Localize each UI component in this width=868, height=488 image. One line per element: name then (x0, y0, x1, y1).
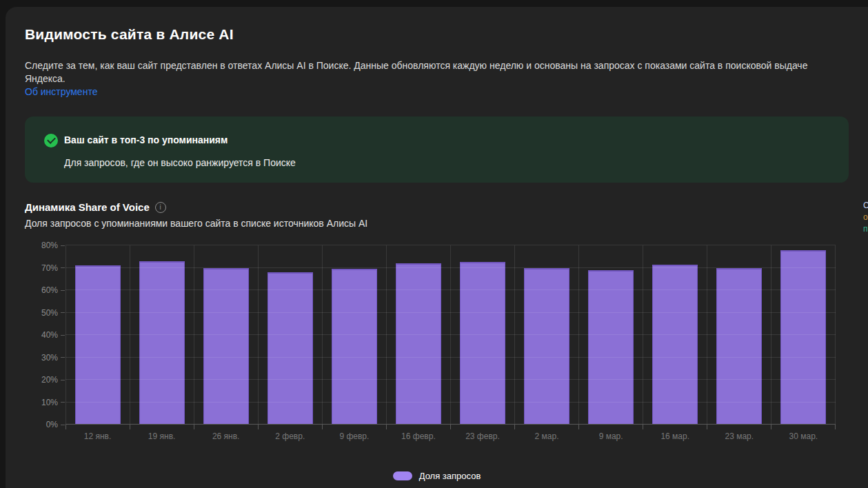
x-axis-tick (194, 425, 194, 429)
y-axis-tick (61, 380, 65, 380)
x-axis-line (65, 424, 836, 425)
x-axis-tick (65, 425, 66, 429)
y-axis-label: 40% (41, 329, 58, 340)
chart-category-slot (578, 245, 643, 425)
legend-label: Доля запросов (419, 471, 481, 481)
bar-19-янв[interactable] (139, 261, 185, 425)
gridline (65, 312, 836, 313)
chart-category-slot (194, 245, 258, 425)
x-axis-tick (322, 425, 323, 429)
x-axis-label: 16 мар. (643, 431, 707, 442)
x-axis-tick (386, 425, 387, 429)
clipped-text-fragment: п (863, 223, 868, 234)
visibility-card: Видимость сайта в Алисе AI Следите за те… (6, 7, 868, 488)
x-axis-label: 9 мар. (579, 431, 643, 442)
y-axis-label: 80% (41, 240, 58, 251)
y-axis-tick (61, 402, 65, 403)
x-axis-tick (578, 425, 579, 429)
gridline (65, 357, 836, 358)
x-axis-label: 23 февр. (450, 431, 514, 442)
clipped-text-fragment: о (863, 212, 868, 223)
y-axis-label: 20% (41, 374, 58, 385)
x-axis-tick (771, 425, 771, 429)
y-axis-label: 30% (41, 352, 58, 363)
x-axis-label: 30 мар. (771, 431, 836, 442)
x-axis-label: 2 февр. (258, 431, 322, 442)
x-axis-labels: 12 янв.19 янв.26 янв.2 февр.9 февр.16 фе… (65, 431, 836, 442)
chart-subtitle: Доля запросов с упоминаниями вашего сайт… (25, 218, 849, 229)
y-axis-label: 70% (41, 263, 58, 274)
y-axis-tick (61, 425, 65, 425)
x-axis-label: 16 февр. (386, 431, 450, 442)
status-banner-title: Ваш сайт в топ-3 по упоминаниям (64, 134, 296, 145)
y-axis-tick (61, 357, 65, 358)
gridline (65, 267, 836, 268)
y-axis-tick (61, 245, 65, 246)
x-axis-label: 26 янв. (194, 431, 258, 442)
x-axis-label: 2 мар. (515, 431, 579, 442)
y-axis-label: 60% (41, 285, 58, 296)
page-description-block: Следите за тем, как ваш сайт представлен… (25, 59, 849, 99)
x-axis-tick (258, 425, 259, 429)
x-axis-tick (130, 425, 130, 429)
check-circle-icon (44, 134, 58, 148)
bar-23-февр[interactable] (460, 262, 505, 425)
chart-category-slot (450, 245, 514, 425)
about-tool-link[interactable]: Об инструменте (25, 85, 97, 99)
chart-plot: 0%10%20%30%40%50%60%70%80% (65, 245, 836, 425)
y-axis-tick (61, 335, 65, 336)
clipped-text-fragment: С (863, 200, 868, 211)
x-axis-tick (707, 425, 707, 429)
chart-category-slot (771, 245, 836, 425)
y-axis-tick (61, 267, 65, 268)
bars-row (65, 245, 836, 425)
chart-legend[interactable]: Доля запросов (25, 471, 849, 481)
status-banner-text: Ваш сайт в топ-3 по упоминаниям Для запр… (64, 134, 296, 168)
page-description: Следите за тем, как ваш сайт представлен… (25, 59, 849, 85)
chart-title: Динамика Share of Voice (25, 201, 150, 214)
page-title: Видимость сайта в Алисе AI (25, 26, 849, 43)
gridline (65, 379, 836, 380)
chart-category-slot (130, 245, 194, 425)
x-axis-tick (514, 425, 515, 429)
chart-category-slot (65, 245, 130, 425)
x-axis-label: 23 мар. (707, 431, 771, 442)
chart-category-slot (707, 245, 771, 425)
chart-category-slot (322, 245, 386, 425)
chart-category-slot (386, 245, 450, 425)
status-banner: Ваш сайт в топ-3 по упоминаниям Для запр… (25, 116, 849, 183)
info-circle-icon[interactable] (155, 202, 166, 213)
status-banner-subtitle: Для запросов, где он высоко ранжируется … (64, 157, 296, 168)
x-axis-label: 12 янв. (65, 431, 130, 442)
gridline (65, 245, 836, 245)
y-axis-label: 10% (41, 397, 58, 408)
x-axis-tick (643, 425, 643, 429)
chart-category-slot (258, 245, 322, 425)
x-axis-tick (450, 425, 451, 429)
x-axis-label: 9 февр. (322, 431, 386, 442)
bar-16-февр[interactable] (396, 263, 441, 425)
y-axis-tick (61, 312, 65, 313)
chart-category-slot (643, 245, 707, 425)
clipped-edge-text: Соп (863, 200, 868, 235)
x-axis-label: 19 янв. (130, 431, 194, 442)
y-axis-tick (61, 290, 65, 291)
gridline (65, 289, 836, 290)
gridline (65, 334, 836, 335)
legend-swatch (393, 471, 412, 480)
bar-16-мар[interactable] (652, 265, 698, 425)
bar-30-мар[interactable] (780, 250, 826, 425)
chart-category-slot (514, 245, 578, 425)
y-axis-label: 50% (41, 307, 58, 318)
chart-header: Динамика Share of Voice Доля запросов с … (25, 201, 849, 229)
x-axis-tick (835, 425, 836, 429)
y-axis-label: 0% (46, 419, 58, 430)
gridline (65, 402, 836, 403)
